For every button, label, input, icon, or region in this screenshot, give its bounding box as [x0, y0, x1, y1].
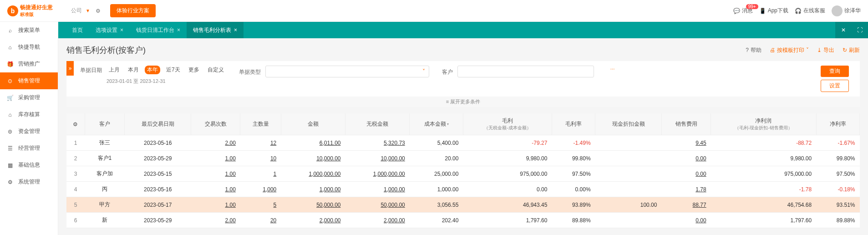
cell-expense[interactable]: 0.00 [661, 151, 711, 166]
cell-amount[interactable]: 2,000.00 [281, 213, 345, 228]
sidebar-item-4[interactable]: 🛒采购管理 [0, 89, 58, 106]
cell-notax[interactable]: 1,000.00 [345, 182, 410, 197]
table-row[interactable]: 4丙2023-05-161.001,0001,000.001,000.001,0… [66, 182, 860, 197]
more-filters-link[interactable]: ··· [610, 66, 615, 72]
col-net-rate[interactable]: 净利率 [816, 113, 859, 135]
date-chip[interactable]: 上月 [107, 66, 122, 74]
cell-customer: 新 [85, 213, 125, 228]
cell-net-rate: 89.88% [816, 213, 859, 228]
cell-notax[interactable]: 10,000.00 [345, 151, 410, 166]
customer-filter-label: 客户 [442, 67, 453, 76]
messages-link[interactable]: 💬 消息 99+ [733, 7, 753, 15]
cell-amount[interactable]: 50,000.00 [281, 197, 345, 213]
table-row[interactable]: 1张三2023-05-162.00126,011.005,320.735,400… [66, 135, 860, 151]
col-amount[interactable]: 金额 [281, 113, 345, 135]
col-last-date[interactable]: 最后交易日期 [125, 113, 191, 135]
col-gross[interactable]: 毛利（无税金额-成本金额） [463, 113, 552, 135]
print-action[interactable]: 🖨按模板打印 ˅ [770, 46, 809, 54]
cell-expense[interactable]: 88.77 [661, 197, 711, 213]
sidebar-item-1[interactable]: ⌂快捷导航 [0, 39, 58, 56]
refresh-icon: ↻ [843, 47, 847, 53]
cell-notax[interactable]: 2,000.00 [345, 213, 410, 228]
cell-amount[interactable]: 6,011.00 [281, 135, 345, 151]
cell-qty[interactable]: 5 [240, 197, 281, 213]
settings-icon[interactable]: ⚙ [92, 5, 105, 17]
cell-notax[interactable]: 1,000,000.00 [345, 166, 410, 182]
sidebar-item-5[interactable]: ⌂库存核算 [0, 106, 58, 123]
gear-header[interactable]: ⚙ [66, 113, 85, 135]
col-notax[interactable]: 无税金额 [345, 113, 410, 135]
cell-expense[interactable]: 1.78 [661, 182, 711, 197]
customer-select[interactable] [457, 66, 594, 77]
date-chip[interactable]: 近7天 [164, 66, 183, 74]
table-row[interactable]: 6新2023-05-292.00202,000.002,000.00202.40… [66, 213, 860, 228]
col-qty[interactable]: 主数量 [240, 113, 281, 135]
download-link[interactable]: 📱 App下载 [759, 7, 788, 15]
sidebar-item-8[interactable]: ▦基础信息 [0, 157, 58, 174]
sidebar-item-9[interactable]: ⚙系统管理 [0, 174, 58, 190]
close-icon[interactable]: × [177, 27, 180, 33]
type-select[interactable]: ˅ [265, 66, 429, 77]
cell-expense[interactable]: 9.45 [661, 135, 711, 151]
table-row[interactable]: 3客户加2023-05-151.0011,000,000.001,000,000… [66, 166, 860, 182]
tab-2[interactable]: 钱货日清工作台× [130, 22, 187, 38]
cell-count[interactable]: 1.00 [191, 151, 240, 166]
cell-count[interactable]: 1.00 [191, 197, 240, 213]
query-button[interactable]: 查询 [821, 66, 849, 77]
expand-filters-toggle[interactable]: ≡ 展开更多条件 [66, 97, 860, 107]
cell-qty[interactable]: 20 [240, 213, 281, 228]
cell-notax[interactable]: 50,000.00 [345, 197, 410, 213]
cell-qty[interactable]: 1,000 [240, 182, 281, 197]
sidebar-item-3[interactable]: ⊙销售管理 [0, 72, 58, 89]
try-industry-button[interactable]: 体验行业方案 [110, 4, 156, 17]
cell-count[interactable]: 2.00 [191, 135, 240, 151]
col-expense[interactable]: 销售费用 [661, 113, 711, 135]
table-row[interactable]: 2客户12023-05-291.001010,000.0010,000.0020… [66, 151, 860, 166]
date-chip[interactable]: 本月 [126, 66, 141, 74]
cell-expense[interactable]: 0.00 [661, 166, 711, 182]
export-action[interactable]: ⤓导出 [817, 46, 834, 54]
col-net[interactable]: 净利润（毛利-现金折扣-销售费用） [711, 113, 817, 135]
col-cost[interactable]: 成本金额▾ [410, 113, 463, 135]
sidebar-item-7[interactable]: ☰经营管理 [0, 140, 58, 157]
date-chip[interactable]: 自定义 [205, 66, 226, 74]
cell-amount[interactable]: 10,000.00 [281, 151, 345, 166]
sidebar-item-6[interactable]: ⊜资金管理 [0, 123, 58, 140]
gross-sublabel: （无税金额-成本金额） [468, 125, 547, 131]
filter-settings-button[interactable]: 设置 [821, 80, 849, 92]
refresh-action[interactable]: ↻刷新 [843, 46, 860, 54]
cell-amount[interactable]: 1,000.00 [281, 182, 345, 197]
sidebar-item-2[interactable]: 🎁营销推广 [0, 56, 58, 72]
cell-notax[interactable]: 5,320.73 [345, 135, 410, 151]
cell-qty[interactable]: 10 [240, 151, 281, 166]
sidebar-item-0[interactable]: ⌕搜索菜单 [0, 22, 58, 39]
expand-tab-button[interactable]: ⛶ [852, 22, 868, 38]
tab-0[interactable]: 首页 [66, 22, 89, 38]
close-icon[interactable]: × [234, 27, 237, 33]
col-count[interactable]: 交易次数 [191, 113, 240, 135]
collapse-filter-button[interactable]: » [66, 61, 74, 76]
date-chip[interactable]: 本年 [145, 66, 160, 74]
cell-expense[interactable]: 0.00 [661, 213, 711, 228]
cell-qty[interactable]: 12 [240, 135, 281, 151]
col-gross-rate[interactable]: 毛利率 [552, 113, 595, 135]
tab-3[interactable]: 销售毛利分析表× [187, 22, 244, 38]
cell-count[interactable]: 1.00 [191, 182, 240, 197]
col-discount[interactable]: 现金折扣金额 [595, 113, 662, 135]
help-action[interactable]: ?帮助 [746, 46, 761, 54]
gross-label: 毛利 [502, 118, 513, 124]
date-chip[interactable]: 更多 [186, 66, 202, 74]
table-row[interactable]: 5甲方2023-05-171.00550,000.0050,000.003,05… [66, 197, 860, 213]
cell-count[interactable]: 2.00 [191, 213, 240, 228]
tab-1[interactable]: 选项设置× [89, 22, 130, 38]
col-customer[interactable]: 客户 [85, 113, 125, 135]
cell-amount[interactable]: 1,000,000.00 [281, 166, 345, 182]
close-icon[interactable]: × [120, 27, 123, 33]
cell-count[interactable]: 1.00 [191, 166, 240, 182]
cell-discount [595, 182, 662, 197]
support-link[interactable]: 🎧 在线客服 [795, 7, 825, 15]
user-menu[interactable]: 徐泽华 [832, 5, 861, 16]
company-selector[interactable]: 公司 ▼ [71, 7, 90, 15]
close-tab-button[interactable]: ✕ [835, 22, 852, 38]
cell-qty[interactable]: 1 [240, 166, 281, 182]
